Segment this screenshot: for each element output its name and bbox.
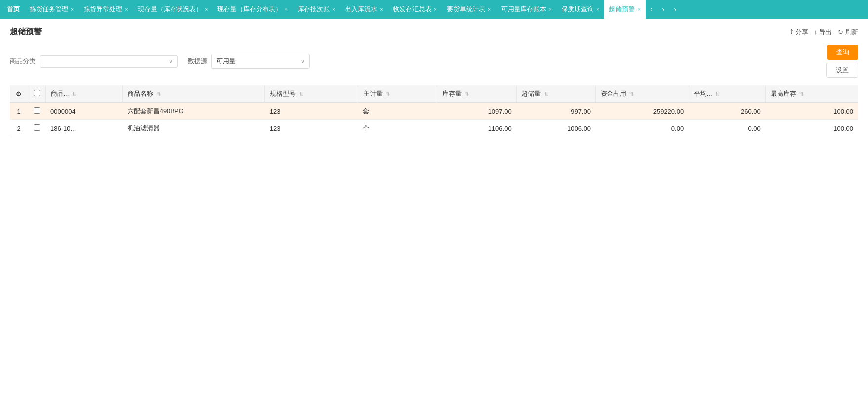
- nav-available[interactable]: 可用量库存账本 ×: [496, 0, 557, 19]
- page-content: 超储预警 ⤴ 分享 ↓ 导出 ↻ 刷新 商品分类 ∨ 数据源: [0, 19, 868, 395]
- row-number: 2: [10, 120, 28, 137]
- row-unit: 个: [358, 120, 437, 137]
- page-header: 超储预警 ⤴ 分享 ↓ 导出 ↻ 刷新: [10, 27, 858, 37]
- close-stock-status-tab[interactable]: ×: [205, 6, 208, 12]
- column-product-code[interactable]: 商品... ⇅: [45, 85, 123, 103]
- datasource-chevron-icon: ∨: [301, 58, 304, 65]
- close-available-tab[interactable]: ×: [549, 6, 552, 12]
- sort-avg-icon: ⇅: [715, 91, 719, 97]
- nav-right-arrow[interactable]: ›: [657, 0, 669, 19]
- header-actions: ⤴ 分享 ↓ 导出 ↻ 刷新: [790, 28, 859, 37]
- query-button[interactable]: 查询: [827, 45, 858, 60]
- nav-task[interactable]: 拣货任务管理 ×: [25, 0, 79, 19]
- settings-button[interactable]: 设置: [826, 63, 858, 78]
- row-avg: 260.00: [689, 103, 766, 120]
- category-label: 商品分类: [10, 57, 36, 66]
- column-gear[interactable]: ⚙: [10, 85, 28, 103]
- column-product-name[interactable]: 商品名称 ⇅: [123, 85, 265, 103]
- column-spec[interactable]: 规格型号 ⇅: [265, 85, 358, 103]
- row-avg: 0.00: [689, 120, 766, 137]
- close-task-tab[interactable]: ×: [71, 6, 74, 12]
- sort-capital-icon: ⇅: [630, 91, 634, 97]
- row-unit: 套: [358, 103, 437, 120]
- close-order-stat-tab[interactable]: ×: [488, 6, 491, 12]
- share-button[interactable]: ⤴ 分享: [790, 28, 808, 37]
- nav-summary[interactable]: 收发存汇总表 ×: [388, 0, 442, 19]
- row-stock: 1097.00: [437, 103, 516, 120]
- close-exception-tab[interactable]: ×: [125, 6, 128, 12]
- nav-overstock[interactable]: 超储预警 ×: [604, 0, 645, 19]
- row-overstock: 1006.00: [517, 120, 596, 137]
- row-spec: 123: [265, 120, 358, 137]
- datasource-filter: 数据源 可用量 ∨: [188, 54, 310, 69]
- row-capital: 0.00: [596, 120, 689, 137]
- sort-product-name-icon: ⇅: [157, 91, 161, 97]
- select-all-checkbox[interactable]: [34, 90, 40, 96]
- close-stock-dist-tab[interactable]: ×: [284, 6, 287, 12]
- export-button[interactable]: ↓ 导出: [814, 28, 832, 37]
- close-batch-tab[interactable]: ×: [332, 6, 335, 12]
- nav-stock-dist[interactable]: 现存量（库存分布表） ×: [213, 0, 292, 19]
- row-checkbox[interactable]: [34, 107, 40, 114]
- export-icon: ↓: [814, 28, 818, 36]
- gear-icon: ⚙: [16, 90, 22, 98]
- column-avg[interactable]: 平均... ⇅: [689, 85, 766, 103]
- data-table: ⚙ 商品... ⇅ 商品名称 ⇅ 规格型号 ⇅ 主计量: [10, 85, 858, 137]
- top-navigation: 首页 拣货任务管理 × 拣货异常处理 × 现存量（库存状况表） × 现存量（库存…: [0, 0, 868, 19]
- row-stock: 1106.00: [437, 120, 516, 137]
- nav-stock-status[interactable]: 现存量（库存状况表） ×: [133, 0, 213, 19]
- row-overstock: 997.00: [517, 103, 596, 120]
- column-checkbox[interactable]: [28, 85, 45, 103]
- row-product-code: 186-10...: [45, 120, 123, 137]
- sort-unit-icon: ⇅: [386, 91, 390, 97]
- row-product-name: 六配套新昌490BPG: [123, 103, 265, 120]
- close-overstock-tab[interactable]: ×: [637, 6, 640, 12]
- datasource-value: 可用量: [217, 57, 236, 66]
- row-checkbox-cell[interactable]: [28, 103, 45, 120]
- table-row: 2 186-10... 机油滤清器 123 个 1106.00 1006.00 …: [10, 120, 858, 137]
- nav-exception[interactable]: 拣货异常处理 ×: [79, 0, 132, 19]
- nav-left-arrow[interactable]: ‹: [646, 0, 657, 19]
- column-overstock[interactable]: 超储量 ⇅: [517, 85, 596, 103]
- row-product-name: 机油滤清器: [123, 120, 265, 137]
- share-icon: ⤴: [790, 28, 793, 36]
- row-number: 1: [10, 103, 28, 120]
- row-spec: 123: [265, 103, 358, 120]
- row-product-code: 0000004: [45, 103, 123, 120]
- close-inout-tab[interactable]: ×: [380, 6, 383, 12]
- column-unit[interactable]: 主计量 ⇅: [358, 85, 437, 103]
- nav-home[interactable]: 首页: [2, 0, 25, 19]
- close-quality-tab[interactable]: ×: [596, 6, 599, 12]
- close-summary-tab[interactable]: ×: [434, 6, 437, 12]
- sort-stock-icon: ⇅: [465, 91, 469, 97]
- nav-order-stat[interactable]: 要货单统计表 ×: [442, 0, 496, 19]
- column-capital[interactable]: 资金占用 ⇅: [596, 85, 689, 103]
- column-max-stock[interactable]: 最高库存 ⇅: [766, 85, 858, 103]
- row-checkbox-cell[interactable]: [28, 120, 45, 137]
- column-stock[interactable]: 库存量 ⇅: [437, 85, 516, 103]
- refresh-icon: ↻: [838, 28, 843, 36]
- category-filter: 商品分类 ∨: [10, 55, 178, 68]
- nav-inout[interactable]: 出入库流水 ×: [340, 0, 388, 19]
- category-chevron-icon: ∨: [169, 58, 173, 65]
- sort-overstock-icon: ⇅: [544, 91, 548, 97]
- table-row: 1 0000004 六配套新昌490BPG 123 套 1097.00 997.…: [10, 103, 858, 120]
- row-capital: 259220.00: [596, 103, 689, 120]
- datasource-label: 数据源: [188, 57, 207, 66]
- row-max-stock: 100.00: [766, 103, 858, 120]
- sort-max-stock-icon: ⇅: [800, 91, 804, 97]
- row-max-stock: 100.00: [766, 120, 858, 137]
- row-checkbox[interactable]: [34, 124, 40, 131]
- datasource-select[interactable]: 可用量 ∨: [211, 54, 310, 69]
- table-header-row: ⚙ 商品... ⇅ 商品名称 ⇅ 规格型号 ⇅ 主计量: [10, 85, 858, 103]
- nav-batch[interactable]: 库存批次账 ×: [293, 0, 340, 19]
- sort-spec-icon: ⇅: [299, 91, 303, 97]
- filter-bar: 商品分类 ∨ 数据源 可用量 ∨ 查询 设置: [10, 45, 858, 78]
- refresh-button[interactable]: ↻ 刷新: [838, 28, 858, 37]
- nav-more-arrow[interactable]: ›: [669, 0, 681, 19]
- category-select[interactable]: ∨: [40, 55, 178, 68]
- page-title: 超储预警: [10, 27, 42, 37]
- nav-quality[interactable]: 保质期查询 ×: [557, 0, 604, 19]
- sort-product-code-icon: ⇅: [72, 91, 76, 97]
